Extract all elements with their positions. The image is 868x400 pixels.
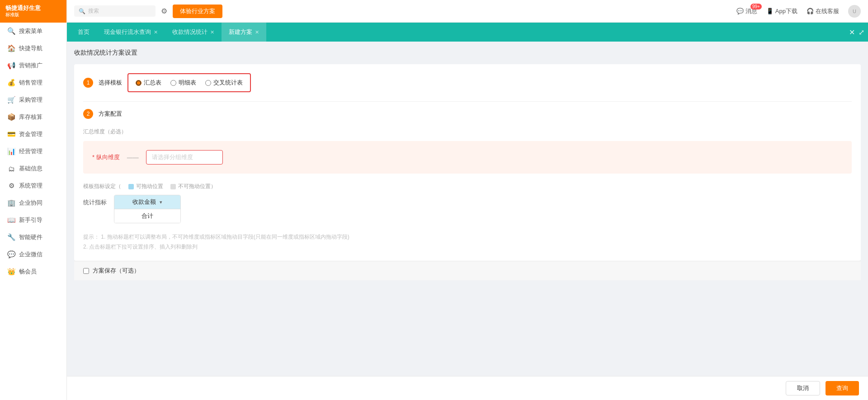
hint-line2: 2. 点击标题栏下拉可设置排序、插入列和删除列	[83, 242, 852, 252]
tab-receipt-stats[interactable]: 收款情况统计 ✕	[165, 23, 222, 42]
sidebar-item-marketing[interactable]: 📢 营销推广	[0, 57, 66, 74]
sidebar-item-sales[interactable]: 💰 销售管理	[0, 74, 66, 91]
dim-arrow: ——	[127, 154, 139, 161]
topbar: 🔍 搜索 ⚙ 体验行业方案 💬 消息 99+ 📱 App下载 🎧 在线客服 U	[67, 0, 868, 23]
cancel-button[interactable]: 取消	[786, 381, 820, 395]
radio-summary-input[interactable]	[136, 80, 142, 86]
sidebar-item-label: 资金管理	[19, 130, 42, 138]
step1-label: 选择模板	[99, 79, 122, 87]
notification-button[interactable]: 💬 消息 99+	[736, 7, 757, 15]
metrics-table-area: 统计指标 收款金额 ▾ 合计	[83, 195, 852, 223]
radio-summary-label: 汇总表	[144, 79, 161, 87]
tabbar: 首页 现金银行流水查询 ✕ 收款情况统计 ✕ 新建方案 ✕ ✕ ⤢	[67, 23, 868, 42]
settings-icon[interactable]: ⚙	[161, 7, 167, 15]
radio-detail-label: 明细表	[179, 79, 196, 87]
vertical-dimension-row: * 纵向维度 —— 请选择分组维度	[92, 150, 843, 165]
search-box[interactable]: 🔍 搜索	[74, 5, 156, 17]
purchase-icon: 🛒	[7, 96, 15, 104]
sidebar-item-hardware[interactable]: 🔧 智能硬件	[0, 229, 66, 246]
sidebar-item-nav[interactable]: 🏠 快捷导航	[0, 40, 66, 57]
system-icon: ⚙	[7, 182, 15, 190]
sidebar-item-label: 采购管理	[19, 96, 42, 104]
radio-summary[interactable]: 汇总表	[136, 79, 161, 87]
close-tab-receipt[interactable]: ✕	[210, 29, 214, 35]
sales-icon: 💰	[7, 79, 15, 87]
step1-badge: 1	[83, 78, 93, 88]
sidebar-item-enterprise[interactable]: 🏢 企业协同	[0, 194, 66, 212]
basic-icon: 🗂	[7, 165, 15, 173]
hint-line1: 提示： 1. 拖动标题栏可以调整布局，不可跨维度或指标区域拖动目字段(只能在同一…	[83, 232, 852, 242]
sidebar-item-label: 企业协同	[19, 199, 42, 207]
metrics-title: 模板指标设定（	[83, 183, 121, 190]
message-icon: 💬	[736, 8, 744, 14]
step2-badge: 2	[83, 109, 93, 119]
member-icon: 👑	[7, 268, 15, 276]
hardware-icon: 🔧	[7, 233, 15, 241]
radio-cross-input[interactable]	[205, 80, 211, 86]
hints-section: 提示： 1. 拖动标题栏可以调整布局，不可跨维度或指标区域拖动目字段(只能在同一…	[83, 232, 852, 252]
sidebar-item-label: 销售管理	[19, 79, 42, 87]
dimension-placeholder: 请选择分组维度	[152, 153, 193, 161]
trial-button[interactable]: 体验行业方案	[173, 5, 222, 18]
close-all-icon[interactable]: ✕	[849, 28, 855, 37]
close-tab-bank[interactable]: ✕	[154, 29, 158, 35]
user-avatar[interactable]: U	[848, 5, 861, 18]
sidebar-item-label: 基础信息	[19, 165, 42, 173]
sidebar-item-label: 搜索菜单	[19, 27, 42, 35]
guide-icon: 📖	[7, 216, 15, 224]
radio-detail-input[interactable]	[170, 80, 176, 86]
maximize-icon[interactable]: ⤢	[859, 28, 864, 37]
sidebar-item-weixin[interactable]: 💬 企业微信	[0, 246, 66, 263]
close-tab-new-plan[interactable]: ✕	[255, 29, 259, 35]
config-section: 汇总维度（必选） * 纵向维度 —— 请选择分组维度 模板指标设定（	[83, 128, 852, 252]
query-button[interactable]: 查询	[826, 381, 859, 395]
sidebar-item-guide[interactable]: 📖 新手引导	[0, 212, 66, 229]
tab-new-plan[interactable]: 新建方案 ✕	[222, 23, 266, 42]
tabbar-actions: ✕ ⤢	[849, 28, 864, 37]
sidebar-item-label: 系统管理	[19, 182, 42, 190]
sidebar-item-finance[interactable]: 💳 资金管理	[0, 126, 66, 143]
sidebar-item-label: 营销推广	[19, 61, 42, 70]
search-placeholder: 搜索	[88, 7, 99, 15]
fixed-dot	[170, 184, 176, 189]
legend-fixed: 不可拖动位置）	[170, 183, 216, 190]
footer-bar: 取消 查询	[67, 376, 868, 400]
main-card: 1 选择模板 汇总表 明细表 交叉统计表	[74, 64, 861, 261]
weixin-icon: 💬	[7, 250, 15, 259]
sidebar-item-label: 企业微信	[19, 250, 42, 259]
metrics-legend: 模板指标设定（ 可拖动位置 不可拖动位置）	[83, 183, 852, 190]
sidebar-item-search[interactable]: 🔍 搜索菜单	[0, 23, 66, 40]
sidebar-logo: 畅捷通好生意 标准版	[0, 0, 66, 23]
sidebar-item-inventory[interactable]: 📦 库存核算	[0, 108, 66, 126]
save-checkbox[interactable]	[83, 268, 89, 274]
online-service-button[interactable]: 🎧 在线客服	[807, 7, 839, 15]
dropdown-icon[interactable]: ▾	[160, 199, 162, 205]
step2-row: 2 方案配置	[83, 109, 852, 119]
sidebar-item-management[interactable]: 📊 经营管理	[0, 143, 66, 160]
sidebar-item-label: 畅会员	[19, 268, 37, 276]
app-name: 畅捷通好生意	[5, 5, 41, 12]
sidebar-item-system[interactable]: ⚙ 系统管理	[0, 177, 66, 194]
dimension-area: * 纵向维度 —— 请选择分组维度	[83, 141, 852, 174]
sidebar: 畅捷通好生意 标准版 🔍 搜索菜单 🏠 快捷导航 📢 营销推广 💰 销售管理 🛒…	[0, 0, 67, 400]
sidebar-item-basic[interactable]: 🗂 基础信息	[0, 160, 66, 177]
app-download-button[interactable]: 📱 App下载	[766, 7, 797, 15]
tab-bank-flow[interactable]: 现金银行流水查询 ✕	[97, 23, 165, 42]
dimension-selector[interactable]: 请选择分组维度	[146, 150, 223, 165]
sidebar-item-member[interactable]: 👑 畅会员	[0, 263, 66, 280]
legend-draggable: 可拖动位置	[128, 183, 163, 190]
step2-label: 方案配置	[99, 110, 122, 118]
tab-home[interactable]: 首页	[71, 23, 97, 42]
page-title: 收款情况统计方案设置	[74, 49, 861, 57]
radio-cross[interactable]: 交叉统计表	[205, 79, 243, 87]
metrics-header[interactable]: 收款金额 ▾	[114, 195, 180, 209]
divider	[83, 101, 852, 102]
vertical-dim-label: * 纵向维度	[92, 153, 120, 161]
app-edition: 标准版	[5, 12, 41, 18]
radio-cross-label: 交叉统计表	[213, 79, 243, 87]
topbar-right: 💬 消息 99+ 📱 App下载 🎧 在线客服 U	[736, 5, 861, 18]
metrics-table: 收款金额 ▾ 合计	[114, 195, 181, 223]
sidebar-item-purchase[interactable]: 🛒 采购管理	[0, 91, 66, 108]
notification-badge: 99+	[750, 4, 762, 9]
radio-detail[interactable]: 明细表	[170, 79, 196, 87]
